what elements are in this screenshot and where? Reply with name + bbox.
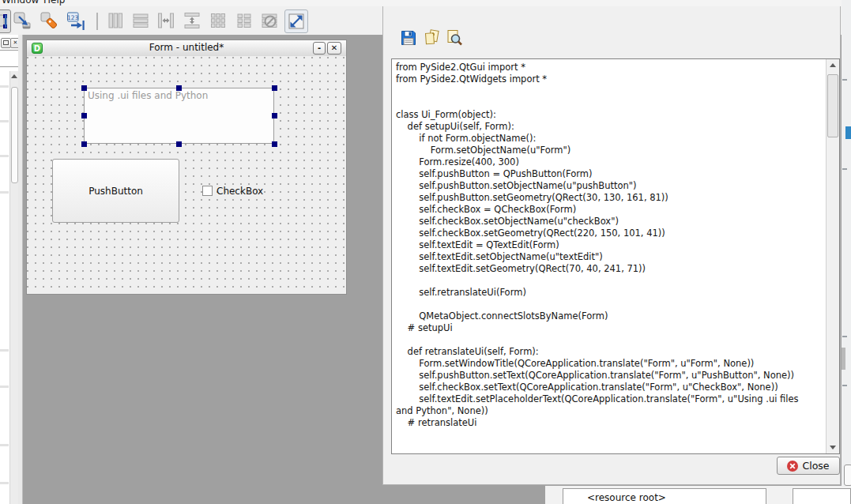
code-line	[396, 299, 826, 310]
selected-row-fragment	[845, 126, 851, 139]
edit-widgets-icon	[0, 12, 9, 31]
code-line: self.checkBox.setText(QCoreApplication.t…	[396, 382, 826, 393]
code-text: from PySide2.QtGui import *from PySide2.…	[396, 62, 826, 429]
selection-handle[interactable]	[176, 85, 182, 91]
selection-handle[interactable]	[176, 141, 182, 147]
tree-branch-fragment	[842, 79, 847, 81]
list-divider	[0, 349, 9, 352]
code-line: from PySide2.QtGui import *	[396, 62, 826, 73]
layout-vertical-icon	[131, 11, 150, 30]
code-line: # retranslateUi	[396, 417, 826, 429]
tab-order-badge: 123	[67, 14, 79, 21]
tree-branch-fragment	[842, 385, 847, 386]
menu-help[interactable]: Help	[43, 0, 65, 6]
widget-box-list[interactable]	[0, 71, 9, 504]
scroll-down-icon[interactable]	[827, 442, 838, 453]
code-line	[396, 334, 826, 346]
tree-branch-fragment	[842, 168, 847, 170]
form-window-title: Form - untitled*	[27, 42, 346, 53]
dock-splitter[interactable]	[18, 35, 23, 504]
code-line: self.pushButton.setGeometry(QRect(30, 13…	[396, 192, 826, 204]
checkbox-box-icon[interactable]	[202, 186, 213, 196]
code-line: if not Form.objectName():	[396, 133, 826, 145]
find-button[interactable]	[445, 28, 465, 49]
close-button-label: Close	[802, 460, 829, 472]
code-line: self.retranslateUi(Form)	[396, 287, 826, 299]
code-line: def retranslateUi(self, Form):	[396, 346, 826, 358]
code-line: QMetaObject.connectSlotsByName(Form)	[396, 310, 826, 322]
code-line: self.pushButton = QPushButton(Form)	[396, 168, 826, 180]
save-button[interactable]	[399, 28, 420, 49]
splitter-vertical-button[interactable]	[181, 9, 203, 32]
selection-handle[interactable]	[272, 141, 277, 147]
pushbutton-widget[interactable]: PushButton	[52, 159, 179, 223]
form-minimize-button[interactable]: -	[313, 42, 326, 55]
list-divider	[0, 155, 9, 157]
textedit-placeholder: Using .ui files and Python	[88, 90, 273, 101]
scrollbar-thumb[interactable]	[11, 87, 18, 183]
form-canvas[interactable]: Using .ui files and Python PushButton Ch…	[27, 56, 346, 294]
code-line: self.textEdit.setObjectName(u"textEdit")	[396, 251, 826, 263]
edit-tab-order-button[interactable]: 123	[65, 9, 87, 32]
scroll-up-icon[interactable]	[11, 74, 17, 78]
selection-handle[interactable]	[272, 85, 277, 91]
code-line: self.pushButton.setText(QCoreApplication…	[396, 370, 826, 382]
code-line: Form.setWindowTitle(QCoreApplication.tra…	[396, 358, 826, 370]
resource-browser-dock: <resource root>	[545, 486, 851, 504]
code-line: from PySide2.QtWidgets import *	[396, 73, 826, 85]
layout-form-icon	[235, 11, 254, 30]
scroll-up-icon[interactable]	[827, 59, 838, 71]
break-layout-button[interactable]	[258, 9, 281, 32]
checkbox-label: CheckBox	[217, 186, 263, 197]
code-view[interactable]: from PySide2.QtGui import *from PySide2.…	[391, 58, 840, 454]
code-line: self.pushButton.setObjectName(u"pushButt…	[396, 180, 826, 192]
code-line: class Ui_Form(object):	[396, 109, 826, 121]
edit-widgets-button[interactable]	[0, 9, 11, 33]
selection-handle[interactable]	[272, 113, 277, 118]
code-preview-dialog: from PySide2.QtGui import *from PySide2.…	[382, 6, 841, 485]
resource-root-item[interactable]: <resource root>	[587, 492, 666, 503]
resource-preview[interactable]	[793, 488, 851, 504]
close-circle-icon	[787, 461, 798, 472]
code-line: def setupUi(self, Form):	[396, 121, 826, 133]
scrollbar-fragment	[842, 348, 845, 370]
layout-grid-button[interactable]	[207, 9, 229, 32]
layout-horizontal-icon	[106, 11, 125, 30]
edit-buddies-button[interactable]	[38, 9, 60, 32]
code-line: self.checkBox = QCheckBox(Form)	[396, 204, 826, 216]
list-divider	[0, 386, 9, 388]
break-layout-icon	[260, 11, 279, 30]
splitter-vertical-icon	[183, 11, 201, 30]
textedit-widget[interactable]: Using .ui files and Python	[84, 88, 274, 144]
code-line: self.textEdit = QTextEdit(Form)	[396, 239, 826, 251]
code-line	[396, 97, 826, 109]
code-line: self.textEdit.setPlaceholderText(QCoreAp…	[396, 393, 826, 405]
edit-signals-slots-button[interactable]	[11, 9, 33, 32]
resource-tree[interactable]: <resource root>	[563, 488, 766, 504]
selection-handle[interactable]	[81, 113, 87, 118]
menu-window[interactable]: Window	[2, 0, 39, 6]
adjust-size-button[interactable]	[284, 9, 308, 33]
code-scrollbar[interactable]	[826, 59, 839, 453]
selection-handle[interactable]	[81, 85, 87, 91]
layout-horizontal-button[interactable]	[104, 9, 126, 32]
scrollbar-thumb[interactable]	[827, 74, 838, 137]
form-close-button[interactable]: ✕	[327, 42, 341, 55]
code-line: Form.resize(400, 300)	[396, 156, 826, 168]
selection-handle[interactable]	[81, 141, 87, 147]
input-fragment	[844, 465, 851, 486]
copy-button[interactable]	[423, 28, 443, 49]
find-icon	[445, 28, 465, 47]
layout-vertical-button[interactable]	[130, 9, 152, 32]
close-button[interactable]: Close	[777, 457, 840, 475]
layout-form-button[interactable]	[233, 9, 255, 32]
splitter-horizontal-icon	[156, 11, 175, 30]
list-divider	[0, 444, 9, 446]
code-line	[396, 85, 826, 97]
widget-box-scrollbar[interactable]	[9, 71, 18, 504]
checkbox-widget[interactable]: CheckBox	[202, 175, 282, 207]
splitter-horizontal-button[interactable]	[155, 9, 177, 32]
form-window-titlebar[interactable]: D Form - untitled* - ✕	[27, 40, 346, 57]
layout-grid-icon	[209, 11, 228, 30]
tree-branch-fragment	[842, 336, 847, 337]
